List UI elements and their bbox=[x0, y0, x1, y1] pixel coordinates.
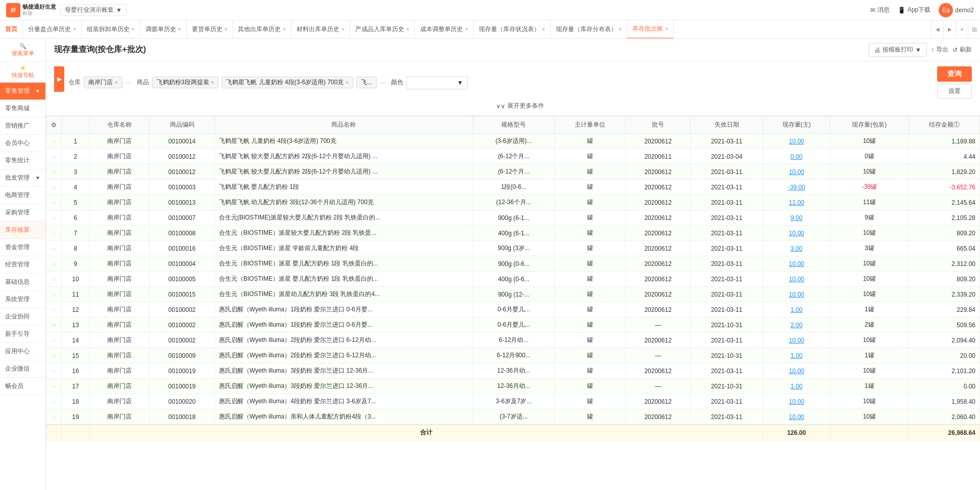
sidebar-item-store[interactable]: 零售商城 bbox=[0, 100, 45, 117]
tab-8[interactable]: 成本调整单历史 × bbox=[415, 20, 474, 39]
row-settings[interactable]: ○ bbox=[46, 226, 62, 241]
tab-7-close[interactable]: × bbox=[406, 27, 409, 32]
row-stock-main[interactable]: 10.00 bbox=[763, 134, 830, 149]
sidebar-item-system[interactable]: 系统管理 bbox=[0, 291, 45, 308]
tab-8-close[interactable]: × bbox=[465, 27, 468, 32]
row-stock-main[interactable]: 10.00 bbox=[763, 287, 830, 302]
product-tag-3[interactable]: 飞... bbox=[356, 77, 377, 88]
settings-btn[interactable]: 设置 bbox=[937, 84, 972, 99]
tab-6-close[interactable]: × bbox=[341, 27, 345, 32]
row-settings[interactable]: ○ bbox=[46, 195, 62, 210]
print-btn[interactable]: 🖨 按模板打印 ▼ bbox=[869, 43, 927, 57]
row-stock-main[interactable]: 11.00 bbox=[763, 195, 830, 210]
sidebar-quicknav[interactable]: ⚡ 快捷导航 bbox=[0, 62, 45, 83]
product-tag-1-close[interactable]: × bbox=[211, 80, 214, 85]
row-stock-main[interactable]: 10.00 bbox=[763, 272, 830, 287]
tab-1-close[interactable]: × bbox=[73, 27, 76, 32]
sidebar-item-marketing[interactable]: 营销推广 bbox=[0, 117, 45, 135]
tab-2-close[interactable]: × bbox=[132, 27, 135, 32]
row-settings[interactable]: ○ bbox=[46, 317, 62, 333]
row-settings[interactable]: ○ bbox=[46, 302, 62, 317]
product-tag-2-close[interactable]: × bbox=[346, 80, 349, 85]
sidebar-item-collab[interactable]: 企业协同 bbox=[0, 308, 45, 326]
row-settings[interactable]: ○ bbox=[46, 287, 62, 302]
sidebar-item-inventory[interactable]: 库存核算 bbox=[0, 222, 45, 239]
tab-10-close[interactable]: × bbox=[619, 27, 622, 32]
tab-10[interactable]: 现存量（库存分布表） × bbox=[551, 20, 628, 39]
tab-5[interactable]: 其他出库单历史 × bbox=[233, 20, 291, 39]
warehouse-tag[interactable]: 南岸门店 × bbox=[84, 77, 122, 88]
sidebar-search[interactable]: 🔍 搜索菜单 bbox=[0, 39, 45, 62]
messages-btn[interactable]: ✉ 消息 bbox=[870, 6, 890, 14]
warehouse-tag-close[interactable]: × bbox=[115, 80, 118, 85]
user-area[interactable]: 按模板打印 Ea demo2 bbox=[939, 3, 974, 17]
tab-home[interactable]: 首页 bbox=[0, 20, 23, 39]
row-settings[interactable]: ○ bbox=[46, 363, 62, 379]
tab-9[interactable]: 现存量（库存状况表） × bbox=[474, 20, 551, 39]
tab-6[interactable]: 材料出库单历史 × bbox=[291, 20, 350, 39]
col-settings-header[interactable]: ⚙ bbox=[46, 116, 62, 134]
tab-4-close[interactable]: × bbox=[225, 27, 228, 32]
row-settings[interactable]: ○ bbox=[46, 409, 62, 425]
row-stock-main[interactable]: 0.00 bbox=[763, 149, 830, 164]
nav-menu-btn[interactable]: ⊞ bbox=[968, 20, 980, 39]
row-stock-main[interactable]: 10.00 bbox=[763, 363, 830, 379]
industry-select[interactable]: 母婴行业演示账套 ▼ bbox=[60, 4, 127, 16]
row-settings[interactable]: ○ bbox=[46, 164, 62, 180]
row-stock-main[interactable]: 10.00 bbox=[763, 394, 830, 409]
tab-11-close[interactable]: × bbox=[665, 26, 668, 32]
sidebar-item-wholesale[interactable]: 批发管理 ▼ bbox=[0, 169, 45, 187]
tab-3[interactable]: 调拨单历史 × bbox=[140, 20, 187, 39]
row-settings[interactable]: ○ bbox=[46, 241, 62, 256]
sidebar-item-basic[interactable]: 基础信息 bbox=[0, 274, 45, 291]
nav-close-all-btn[interactable]: × bbox=[955, 20, 968, 39]
row-settings[interactable]: ○ bbox=[46, 333, 62, 348]
row-stock-main[interactable]: 1.00 bbox=[763, 302, 830, 317]
product-tag-2[interactable]: 飞鹤星飞帆 儿童奶粉 4段(3-6岁适用) 700克 × bbox=[222, 77, 353, 88]
tab-1[interactable]: 分量盘点单历史 × bbox=[23, 20, 82, 39]
row-settings[interactable]: ○ bbox=[46, 394, 62, 409]
row-stock-main[interactable]: 10.00 bbox=[763, 333, 830, 348]
row-stock-main[interactable]: 10.00 bbox=[763, 256, 830, 272]
nav-next-btn[interactable]: ▶ bbox=[943, 20, 955, 39]
tab-2[interactable]: 组装拆卸单历史 × bbox=[82, 20, 140, 39]
tab-3-close[interactable]: × bbox=[178, 27, 181, 32]
row-settings[interactable]: ○ bbox=[46, 134, 62, 149]
row-settings[interactable]: ○ bbox=[46, 256, 62, 272]
row-settings[interactable]: ○ bbox=[46, 348, 62, 363]
sidebar-item-purchase[interactable]: 采购管理 bbox=[0, 204, 45, 222]
tab-9-close[interactable]: × bbox=[542, 27, 545, 32]
row-stock-main[interactable]: 10.00 bbox=[763, 164, 830, 180]
sidebar-item-stats[interactable]: 零售统计 bbox=[0, 152, 45, 169]
sidebar-item-apps[interactable]: 应用中心 bbox=[0, 343, 45, 360]
row-settings[interactable]: ○ bbox=[46, 180, 62, 195]
sidebar-item-vip[interactable]: 畅会员 bbox=[0, 378, 45, 395]
tab-7[interactable]: 产成品入库单历史 × bbox=[350, 20, 415, 39]
row-stock-main[interactable]: 10.00 bbox=[763, 226, 830, 241]
sidebar-item-finance[interactable]: 资金管理 bbox=[0, 239, 45, 256]
row-stock-main[interactable]: 1.00 bbox=[763, 348, 830, 363]
expand-filter-btn[interactable]: ▶ bbox=[54, 66, 64, 92]
export-btn[interactable]: ↑ 导出 bbox=[931, 45, 948, 54]
row-settings[interactable]: ○ bbox=[46, 149, 62, 164]
tab-4[interactable]: 要货单历史 × bbox=[187, 20, 233, 39]
product-ellipsis[interactable]: ··· bbox=[380, 79, 385, 86]
tab-11[interactable]: 库存批次账 × bbox=[627, 20, 674, 39]
row-stock-main[interactable]: -39.00 bbox=[763, 180, 830, 195]
query-btn[interactable]: 查询 bbox=[937, 66, 972, 82]
row-settings[interactable]: ○ bbox=[46, 379, 62, 394]
sidebar-item-newbie[interactable]: 新手引导 bbox=[0, 326, 45, 343]
row-stock-main[interactable]: 3.00 bbox=[763, 241, 830, 256]
row-settings[interactable]: ○ bbox=[46, 272, 62, 287]
product-tag-1[interactable]: 飞鹤奶粉3段两提装 × bbox=[152, 77, 219, 88]
sidebar-item-retail[interactable]: 零售管理 ▼ bbox=[0, 83, 45, 100]
row-settings[interactable]: ○ bbox=[46, 210, 62, 226]
sidebar-item-wx[interactable]: 企业微信 bbox=[0, 360, 45, 378]
row-stock-main[interactable]: 10.00 bbox=[763, 409, 830, 425]
settings-icon[interactable]: ⚙ bbox=[51, 121, 57, 129]
row-stock-main[interactable]: 2.00 bbox=[763, 317, 830, 333]
sidebar-item-ops[interactable]: 经营管理 bbox=[0, 256, 45, 274]
color-select[interactable]: ▼ bbox=[406, 76, 468, 89]
refresh-btn[interactable]: ↺ 刷新 bbox=[952, 45, 972, 54]
download-btn[interactable]: 📱 App下载 bbox=[898, 6, 930, 14]
